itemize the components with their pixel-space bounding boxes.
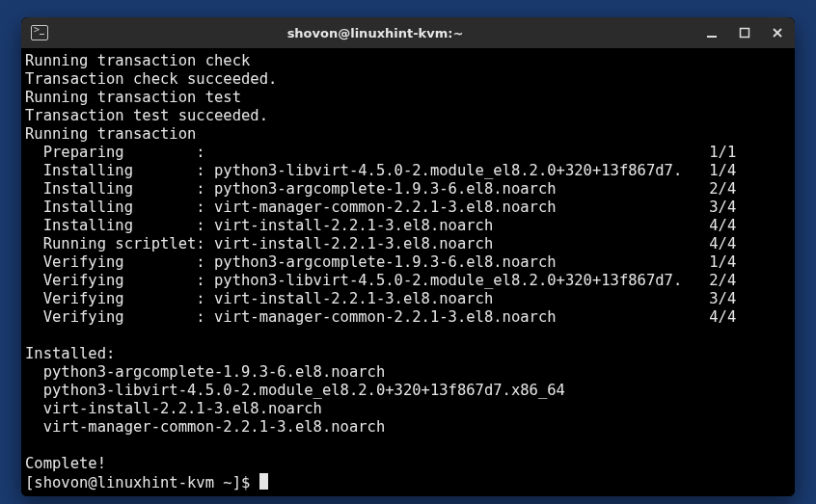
terminal-line: python3-argcomplete-1.9.3-6.el8.noarch [25,363,791,382]
terminal-line: Installing : virt-manager-common-2.2.1-3… [25,199,791,217]
terminal-line: Transaction check succeeded. [25,70,791,89]
terminal-line: Installed: [25,345,791,363]
terminal-line: Transaction test succeeded. [25,107,791,125]
terminal-line: Verifying : python3-argcomplete-1.9.3-6.… [25,253,791,272]
terminal-line: python3-libvirt-4.5.0-2.module_el8.2.0+3… [25,382,791,400]
window-title: shovon@linuxhint-kvm:~ [48,26,702,40]
minimize-icon [706,27,718,39]
terminal-prompt-line[interactable]: [shovon@linuxhint-kvm ~]$ [25,473,791,492]
terminal-prompt: [shovon@linuxhint-kvm ~]$ [25,474,259,491]
terminal-line: Verifying : virt-install-2.2.1-3.el8.noa… [25,290,791,308]
terminal-line: Verifying : python3-libvirt-4.5.0-2.modu… [25,272,791,290]
minimize-button[interactable] [702,23,721,42]
terminal-icon [31,25,48,40]
maximize-button[interactable] [735,23,754,42]
window-controls [702,23,795,42]
terminal-line: Installing : virt-install-2.2.1-3.el8.no… [25,217,791,235]
close-icon [772,27,783,39]
terminal-line: Running transaction test [25,89,791,107]
terminal-output[interactable]: Running transaction checkTransaction che… [21,48,795,496]
terminal-line: Complete! [25,455,791,473]
close-button[interactable] [768,23,787,42]
terminal-line: virt-manager-common-2.2.1-3.el8.noarch [25,418,791,437]
terminal-line: Running transaction check [25,52,791,70]
svg-rect-1 [741,29,749,38]
terminal-line: virt-install-2.2.1-3.el8.noarch [25,400,791,418]
terminal-line [25,437,791,455]
terminal-line: Verifying : virt-manager-common-2.2.1-3.… [25,308,791,327]
titlebar-left [21,25,48,40]
terminal-cursor [259,473,268,490]
terminal-line: Running scriptlet: virt-install-2.2.1-3.… [25,235,791,253]
terminal-line [25,327,791,345]
terminal-line: Installing : python3-libvirt-4.5.0-2.mod… [25,162,791,180]
terminal-line: Preparing : 1/1 [25,144,791,162]
terminal-window: shovon@linuxhint-kvm:~ Running transacti… [21,17,795,496]
titlebar: shovon@linuxhint-kvm:~ [21,17,795,48]
terminal-line: Installing : python3-argcomplete-1.9.3-6… [25,180,791,199]
svg-rect-0 [707,36,717,38]
maximize-icon [739,27,750,39]
terminal-line: Running transaction [25,125,791,144]
